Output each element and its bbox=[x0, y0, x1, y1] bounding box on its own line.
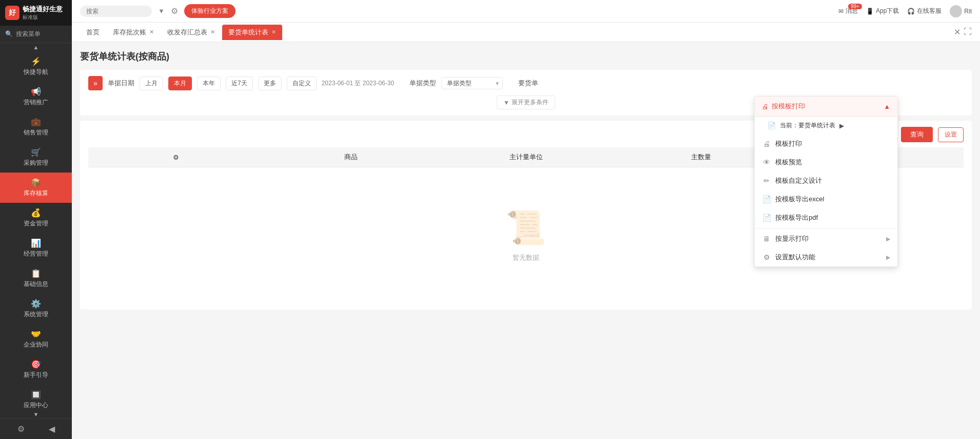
sidebar-item-basic[interactable]: 📋 基础信息 bbox=[0, 263, 72, 294]
settings-btn[interactable]: 设置 bbox=[938, 127, 964, 142]
tab-close-all-icon[interactable]: ✕ bbox=[954, 27, 961, 37]
dropdown-chevron-up-icon[interactable]: ▲ bbox=[884, 103, 890, 110]
template-print-label: 模板打印 bbox=[775, 139, 802, 148]
empty-text: 暂无数据 bbox=[513, 253, 539, 262]
sidebar-label-system: 系统管理 bbox=[24, 310, 48, 319]
sidebar: 好 畅捷通好生意 标准版 🔍 搜索菜单 ▲ ⚡ 快捷导航 📢 营销推广 💼 销售… bbox=[0, 0, 72, 439]
inventory-icon: 📦 bbox=[31, 178, 41, 187]
sidebar-item-collab[interactable]: 🤝 企业协同 bbox=[0, 324, 72, 354]
tab-inventory-batch[interactable]: 库存批次账 ✕ bbox=[107, 25, 160, 40]
sidebar-item-finance[interactable]: 💰 资金管理 bbox=[0, 203, 72, 233]
settings-bottom-icon[interactable]: ⚙ bbox=[17, 424, 25, 434]
dropdown-divider bbox=[755, 228, 897, 228]
app-download-btn[interactable]: 📱 App下载 bbox=[866, 7, 899, 15]
tab-label-receivable-summary: 收发存汇总表 bbox=[167, 28, 207, 37]
template-design-label: 模板自定义设计 bbox=[775, 176, 822, 185]
app-name: 畅捷通好生意 bbox=[23, 5, 63, 14]
scroll-up-btn[interactable]: ▲ bbox=[0, 43, 72, 51]
tab-close-order-stats[interactable]: ✕ bbox=[271, 29, 276, 35]
user-avatar-btn[interactable]: Rit bbox=[950, 5, 972, 17]
sidebar-item-system[interactable]: ⚙️ 系统管理 bbox=[0, 294, 72, 324]
col-goods: 商品 bbox=[263, 152, 438, 162]
expand-btn[interactable]: ▼ 展开更多条件 bbox=[497, 96, 555, 109]
message-icon: ✉ bbox=[838, 8, 844, 15]
sidebar-search[interactable]: 🔍 搜索菜单 bbox=[0, 26, 72, 43]
tab-close-inventory-batch[interactable]: ✕ bbox=[149, 29, 154, 35]
filter-row-date: » 单据日期 上月 本月 本年 近7天 更多 自定义 2023-06-01 至 … bbox=[88, 76, 964, 90]
dropdown-display-print[interactable]: 🖥 按显示打印 ▶ bbox=[755, 230, 897, 248]
dropdown-export-excel[interactable]: 📄 按模板导出excel bbox=[755, 190, 897, 208]
app-logo: 好 畅捷通好生意 标准版 bbox=[0, 0, 72, 26]
sidebar-item-sales[interactable]: 💼 销售管理 bbox=[0, 112, 72, 142]
dropdown-header[interactable]: 🖨 按模板打印 ▲ bbox=[755, 97, 897, 117]
dropdown-title: 按模板打印 bbox=[772, 102, 805, 111]
set-default-icon: ⚙ bbox=[762, 253, 771, 261]
date-btn-more[interactable]: 更多 bbox=[258, 77, 282, 90]
sidebar-item-shortcut[interactable]: ⚡ 快捷导航 bbox=[0, 51, 72, 82]
service-icon: 🎧 bbox=[907, 8, 915, 15]
template-print-icon: 🖨 bbox=[762, 140, 771, 148]
sidebar-bottom: ⚙ ◀ bbox=[0, 418, 72, 439]
filter-toggle-btn[interactable]: » bbox=[88, 76, 103, 90]
date-btn-current-month[interactable]: 本月 bbox=[168, 77, 192, 90]
scroll-down-btn[interactable]: ▼ bbox=[0, 410, 72, 418]
tab-order-stats[interactable]: 要货单统计表 ✕ bbox=[222, 25, 282, 40]
col-settings[interactable]: ⚙ bbox=[88, 154, 263, 161]
topbar-gear-icon[interactable]: ⚙ bbox=[171, 6, 178, 16]
sidebar-search-label: 搜索菜单 bbox=[16, 30, 41, 39]
sales-icon: 💼 bbox=[31, 117, 41, 127]
sidebar-label-purchase: 采购管理 bbox=[24, 159, 48, 167]
sidebar-item-operations[interactable]: 📊 经营管理 bbox=[0, 233, 72, 263]
app-download-icon: 📱 bbox=[866, 8, 874, 15]
message-btn[interactable]: ✉ 消息 99+ bbox=[838, 7, 858, 15]
marketing-icon: 📢 bbox=[31, 87, 41, 97]
template-design-icon: ✏ bbox=[762, 177, 771, 185]
trial-button[interactable]: 体验行业方案 bbox=[184, 4, 236, 18]
order-type-select[interactable]: 单据类型 bbox=[441, 77, 503, 89]
dropdown-print-icon: 🖨 bbox=[762, 103, 769, 110]
tab-receivable-summary[interactable]: 收发存汇总表 ✕ bbox=[161, 25, 221, 40]
sidebar-item-apps[interactable]: 🔲 应用中心 bbox=[0, 385, 72, 410]
date-range-display: 2023-06-01 至 2023-06-30 bbox=[322, 79, 394, 88]
apps-icon: 🔲 bbox=[31, 390, 41, 399]
sidebar-label-finance: 资金管理 bbox=[24, 219, 48, 228]
topbar-search-input[interactable] bbox=[80, 6, 152, 17]
sidebar-label-operations: 经营管理 bbox=[24, 250, 48, 258]
sidebar-item-marketing[interactable]: 📢 营销推广 bbox=[0, 82, 72, 112]
topbar-dropdown-icon[interactable]: ▼ bbox=[158, 7, 165, 15]
set-default-chevron-icon: ▶ bbox=[886, 254, 890, 261]
dropdown-template-design[interactable]: ✏ 模板自定义设计 bbox=[755, 171, 897, 190]
dropdown-export-pdf[interactable]: 📄 按模板导出pdf bbox=[755, 208, 897, 227]
query-btn[interactable]: 查询 bbox=[901, 127, 933, 142]
topbar: ▼ ⚙ 体验行业方案 ✉ 消息 99+ 📱 App下载 🎧 在线客服 Rit bbox=[72, 0, 980, 23]
tabbar: 首页 库存批次账 ✕ 收发存汇总表 ✕ 要货单统计表 ✕ ✕ ⛶ bbox=[72, 23, 980, 42]
dropdown-set-default[interactable]: ⚙ 设置默认功能 ▶ bbox=[755, 248, 897, 266]
date-btn-7days[interactable]: 近7天 bbox=[226, 77, 253, 90]
tab-label-inventory-batch: 库存批次账 bbox=[113, 28, 146, 37]
sidebar-item-purchase[interactable]: 🛒 采购管理 bbox=[0, 142, 72, 173]
date-btn-current-year[interactable]: 本年 bbox=[197, 77, 221, 90]
date-btn-custom[interactable]: 自定义 bbox=[287, 77, 317, 90]
dropdown-template-preview[interactable]: 👁 模板预览 bbox=[755, 153, 897, 171]
goods-filter-label: 要货单 bbox=[518, 79, 538, 88]
dropdown-template-print[interactable]: 🖨 模板打印 bbox=[755, 135, 897, 153]
dropdown-current-item[interactable]: 📄 当前：要货单统计表 ▶ bbox=[755, 117, 897, 135]
sidebar-label-collab: 企业协同 bbox=[24, 340, 48, 349]
guide-icon: 🎯 bbox=[31, 359, 41, 369]
online-service-btn[interactable]: 🎧 在线客服 bbox=[907, 7, 942, 15]
tab-expand-icon[interactable]: ⛶ bbox=[964, 27, 972, 37]
order-type-label: 单据类型 bbox=[409, 79, 436, 88]
app-version: 标准版 bbox=[23, 14, 63, 21]
sidebar-item-inventory[interactable]: 📦 库存核算 bbox=[0, 173, 72, 203]
basic-icon: 📋 bbox=[31, 269, 41, 278]
collapse-bottom-icon[interactable]: ◀ bbox=[49, 424, 55, 434]
date-btn-prev-month[interactable]: 上月 bbox=[140, 77, 163, 90]
sidebar-label-inventory: 库存核算 bbox=[24, 189, 48, 198]
tab-home[interactable]: 首页 bbox=[80, 25, 106, 40]
sidebar-item-guide[interactable]: 🎯 新手引导 bbox=[0, 354, 72, 385]
tab-close-receivable-summary[interactable]: ✕ bbox=[210, 29, 215, 35]
current-chevron-icon: ▶ bbox=[839, 122, 844, 129]
purchase-icon: 🛒 bbox=[31, 147, 41, 157]
sidebar-label-guide: 新手引导 bbox=[24, 371, 48, 379]
export-excel-icon: 📄 bbox=[762, 195, 771, 203]
